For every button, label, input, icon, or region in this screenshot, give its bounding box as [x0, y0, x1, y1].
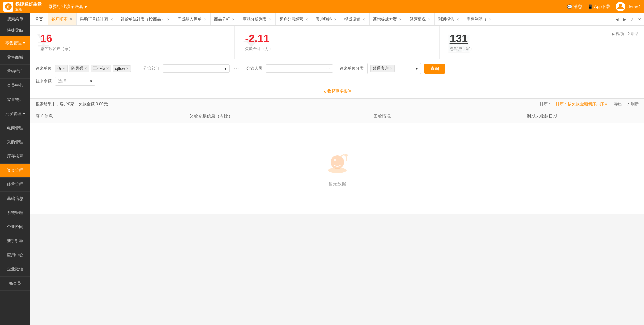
tab-profit-report[interactable]: 利润报告 ✕ — [435, 13, 463, 25]
tab-purchase-stats-product[interactable]: 进货单统计表（按商品） ✕ — [117, 13, 174, 25]
sidebar-item-purchase[interactable]: 采购管理 — [0, 135, 30, 149]
tab-close-add-commission[interactable]: ✕ — [398, 17, 402, 22]
tab-close-product-list[interactable]: ✕ — [268, 17, 272, 22]
filter-tags-unit: 伍 ✕ 陈民强 ✕ 王小亮 ✕ — [55, 65, 136, 72]
tab-close-profit[interactable]: ✕ — [456, 17, 460, 22]
sidebar-search-label[interactable]: 搜索菜单 — [3, 16, 28, 22]
logo-icon: 好 — [3, 2, 13, 12]
sidebar-nav: 零售管理 ▾ 零售商城 营销推广 会员中心 零售统计 批发管理 ▾ — [0, 36, 30, 291]
dropdown-arrow-icon: ▾ — [85, 4, 87, 9]
export-btn[interactable]: ↑ 导出 — [611, 101, 622, 107]
tab-close-customer-tier[interactable]: ✕ — [305, 17, 309, 22]
sidebar-item-retail-mgmt[interactable]: 零售管理 ▾ — [0, 36, 30, 50]
message-btn[interactable]: 💬 消息 — [567, 4, 582, 10]
tab-customer-contact[interactable]: 客户联络 ✕ — [312, 13, 341, 25]
sidebar-item-inventory[interactable]: 库存核算 — [0, 149, 30, 164]
sidebar-item-enterprise[interactable]: 企业协同 — [0, 220, 30, 234]
balance-dropdown-icon: ▾ — [90, 79, 92, 84]
sidebar-item-guide[interactable]: 新手引导 — [0, 234, 30, 248]
sidebar-item-marketing[interactable]: 营销推广 — [0, 65, 30, 79]
top-bar: 好 畅捷通好生意 标版 母婴行业演示账套 ▾ 💬 消息 📱 App下载 — [0, 0, 644, 13]
tab-retail-profit[interactable]: 零售利润（ ✕ — [463, 13, 496, 25]
tab-commission-settings[interactable]: 提成设置 ✕ — [341, 13, 370, 25]
tab-product-analysis[interactable]: 商品分析 ✕ — [211, 13, 239, 25]
table-container: 客户信息 欠款交易信息（占比） 回款情况 到期未收款日期 — [30, 110, 644, 214]
tab-close-customer-ledger[interactable]: ✕ — [69, 17, 73, 21]
filter-tag-chen: 陈民强 ✕ — [69, 65, 89, 72]
tab-close-purchase-product[interactable]: ✕ — [166, 17, 170, 22]
remove-tag-chen[interactable]: ✕ — [84, 67, 87, 70]
collapse-up-icon: ∧ — [323, 89, 326, 94]
tab-customer-tier[interactable]: 客户分层经营 ✕ — [276, 13, 312, 25]
video-btn[interactable]: ▶ 视频 — [612, 31, 624, 37]
filter-more-icon[interactable]: ··· — [132, 66, 136, 71]
stat-bg-money-icon: ¥ — [37, 29, 50, 56]
quick-nav[interactable]: 快捷导航 — [0, 25, 30, 36]
sidebar-item-retail-mall[interactable]: 零售商城 — [0, 50, 30, 65]
stat-card-total: 🏢 131 总客户（家） — [440, 26, 644, 59]
tab-close-retail-profit[interactable]: ✕ — [488, 17, 492, 22]
sidebar-item-member-center[interactable]: 会员中心 — [0, 79, 30, 93]
tab-close-purchase-order[interactable]: ✕ — [110, 17, 114, 22]
tab-add-commission[interactable]: 新增提成方案 ✕ — [370, 13, 406, 25]
message-icon: 💬 — [567, 4, 572, 9]
sidebar-item-basic-info[interactable]: 基础信息 — [0, 192, 30, 206]
help-btn[interactable]: ? 帮助 — [627, 31, 639, 37]
stats-row: ¥ 16 总欠款客户（家） ✦ -2.11 欠款合计（万） 🏢 131 — [30, 26, 644, 59]
sidebar-item-wholesale-mgmt[interactable]: 批发管理 ▾ — [0, 107, 30, 121]
person-select[interactable]: ··· — [266, 64, 333, 73]
query-btn[interactable]: 查询 — [424, 64, 445, 74]
tab-fullscreen-btn[interactable]: ⤢ — [629, 16, 635, 23]
avatar — [616, 2, 625, 11]
collapse-btn[interactable]: ∧ 收起更多条件 — [323, 88, 351, 94]
tab-product-in[interactable]: 产成品入库单 ✕ — [174, 13, 211, 25]
remove-tag-wang[interactable]: ✕ — [106, 67, 109, 70]
tab-nav-arrows: ◀ ▶ ⤢ ✕ — [612, 16, 644, 23]
sidebar-item-operations[interactable]: 经营管理 — [0, 178, 30, 192]
account-dropdown[interactable]: 母婴行业演示账套 ▾ — [48, 4, 87, 10]
sidebar-item-wechat[interactable]: 企业微信 — [0, 262, 30, 277]
balance-label: 往来余额 — [36, 78, 52, 84]
tab-close-all-btn[interactable]: ✕ — [636, 16, 643, 23]
tab-prev-btn[interactable]: ◀ — [614, 16, 620, 23]
sidebar-item-retail-stats[interactable]: 零售统计 — [0, 93, 30, 107]
tab-operation-status[interactable]: 经营情况 ✕ — [406, 13, 435, 25]
tab-close-commission[interactable]: ✕ — [362, 17, 366, 22]
tab-customer-ledger[interactable]: 客户账本 ✕ — [48, 13, 77, 25]
tab-home[interactable]: 首页 — [30, 13, 48, 25]
tab-close-product-in[interactable]: ✕ — [203, 17, 207, 22]
remove-tag-cjttcw[interactable]: ✕ — [126, 67, 129, 70]
balance-placeholder: 选择... — [58, 78, 89, 84]
col-payment-status: 回款情况 — [368, 110, 521, 123]
sort-label: 排序： — [540, 101, 552, 107]
tab-next-btn[interactable]: ▶ — [621, 16, 628, 23]
tab-product-analysis-list[interactable]: 商品分析列表 ✕ — [239, 13, 276, 25]
tab-close-customer-contact[interactable]: ✕ — [333, 17, 337, 22]
sidebar-item-system[interactable]: 系统管理 — [0, 206, 30, 220]
sidebar-item-finance[interactable]: 资金管理 — [0, 164, 30, 178]
app-icon: 📱 — [588, 4, 593, 9]
remove-unit-type[interactable]: ✕ — [390, 67, 392, 70]
app-download-btn[interactable]: 📱 App下载 — [588, 4, 610, 10]
sidebar-search-area[interactable]: 搜索菜单 — [0, 13, 30, 25]
filter-row-1: 往来单位 伍 ✕ 陈民强 ✕ 王小亮 — [36, 63, 639, 74]
tab-close-operation[interactable]: ✕ — [427, 17, 431, 22]
sidebar: 搜索菜单 快捷导航 零售管理 ▾ 零售商城 营销推广 会员中心 零售统计 — [0, 13, 30, 325]
app-container: 好 畅捷通好生意 标版 母婴行业演示账套 ▾ 💬 消息 📱 App下载 — [0, 0, 644, 325]
sidebar-item-app-center[interactable]: 应用中心 — [0, 248, 30, 262]
balance-select[interactable]: 选择... ▾ — [55, 77, 95, 86]
user-menu[interactable]: demo2 — [616, 2, 641, 11]
unit-type-select[interactable]: 普通客户 ✕ ▾ — [367, 63, 421, 74]
tab-close-product-analysis[interactable]: ✕ — [231, 17, 235, 22]
tab-purchase-order-stats[interactable]: 采购订单统计表 ✕ — [77, 13, 117, 25]
stat-bg-star-icon: ✦ — [242, 28, 261, 56]
svg-point-4 — [331, 155, 344, 169]
dept-select[interactable]: ▾ — [163, 64, 230, 73]
result-text: 搜索结果中，客户0家 欠款金额 0.00元 — [36, 101, 108, 107]
sidebar-item-ecommerce[interactable]: 电商管理 — [0, 121, 30, 135]
help-area: ▶ 视频 ? 帮助 — [612, 31, 639, 37]
sidebar-item-membership[interactable]: 畅会员 — [0, 277, 30, 291]
remove-tag-wu[interactable]: ✕ — [62, 67, 65, 70]
sort-select[interactable]: 排序：按欠款金额倒序排序 ▾ — [556, 101, 607, 107]
refresh-btn[interactable]: ↺ 刷新 — [626, 101, 639, 107]
